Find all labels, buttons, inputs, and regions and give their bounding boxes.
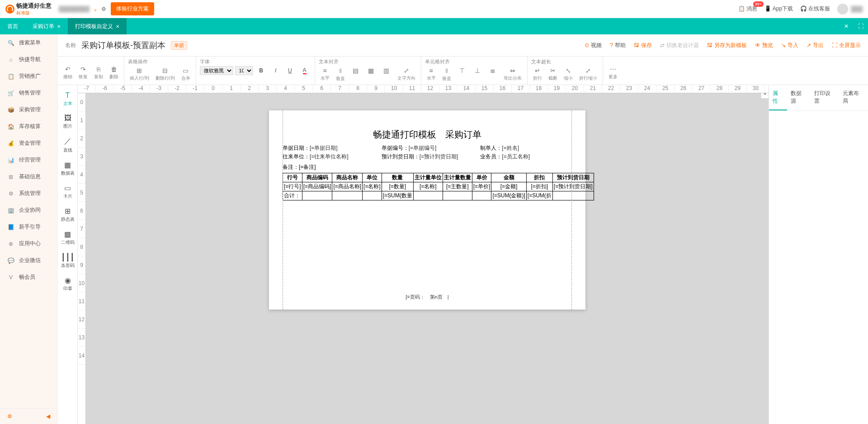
distribute-button[interactable]: ⇔等比分布 <box>502 66 524 83</box>
underline-button[interactable]: U <box>284 67 297 75</box>
valign-button[interactable]: ⫴垂直 <box>334 66 347 83</box>
palette-image[interactable]: 🖼图片 <box>58 110 77 133</box>
expand-tabs-button[interactable]: ⛶ <box>854 18 868 34</box>
tab-print-template[interactable]: 打印模板自定义✕ <box>68 18 127 34</box>
insert-rowcol-button[interactable]: ⊞插入行/列 <box>128 66 151 82</box>
sidebar-item[interactable]: 📋营销推广 <box>0 68 57 85</box>
sidebar-item[interactable]: ⌂快捷导航 <box>0 51 57 68</box>
italic-button[interactable]: I <box>269 67 282 75</box>
sidebar-item[interactable]: 🏠库存核算 <box>0 118 57 135</box>
close-icon[interactable]: ✕ <box>116 24 119 29</box>
tab-purchase-order[interactable]: 采购订单✕ <box>25 18 68 34</box>
gear-icon[interactable]: ⚙ <box>101 6 106 12</box>
sidebar-item[interactable]: ⚙系统管理 <box>0 185 57 202</box>
sidebar-label: 应用中心 <box>19 240 41 248</box>
sidebar-item[interactable]: 📊经营管理 <box>0 152 57 168</box>
font-color-button[interactable]: A <box>298 66 311 75</box>
font-family-select[interactable]: 微软雅黑 <box>200 66 233 75</box>
field[interactable]: 单据日期：[=单据日期] <box>283 144 374 152</box>
merge-button[interactable]: ▭合并 <box>179 66 192 82</box>
panel-tab[interactable]: 数据源 <box>787 85 811 110</box>
align-right-button[interactable]: ▥ <box>380 66 393 83</box>
cell-bot-button[interactable]: ≣ <box>486 66 499 83</box>
align-center-button[interactable]: ▦ <box>365 66 377 83</box>
palette-datatable[interactable]: ▦数据表 <box>58 157 77 180</box>
sidebar-item[interactable]: 💬企业微信 <box>0 252 57 269</box>
sidebar-item[interactable]: ⊞基础信息 <box>0 168 57 185</box>
sidebar-item[interactable]: 🔍搜索菜单 <box>0 34 57 51</box>
field[interactable]: 制单人：[=姓名] <box>480 144 572 152</box>
wrap-button[interactable]: ↵折行 <box>531 66 544 82</box>
help-button[interactable]: ?帮助 <box>610 42 626 49</box>
font-size-select[interactable]: 10 <box>235 66 253 75</box>
halign-button[interactable]: ≡水平 <box>319 66 331 83</box>
text-direction-button[interactable]: ⤢文字方向 <box>396 66 417 83</box>
app-download-link[interactable]: 📱 App下载 <box>764 5 793 13</box>
palette-stamp[interactable]: ◉印章 <box>58 272 77 295</box>
cell-halign-button[interactable]: ≡水平 <box>425 66 438 83</box>
sidebar-label: 企业协同 <box>19 206 41 214</box>
save-as-button[interactable]: 🖫 另存为新模板 <box>707 42 747 49</box>
cell-valign-button[interactable]: ⫴垂直 <box>440 66 453 83</box>
messages-link[interactable]: 📋 消息 <box>738 5 757 13</box>
collapse-sidebar-icon[interactable]: ◀ <box>46 413 50 419</box>
field[interactable]: 单据编号：[=单据编号] <box>382 144 473 152</box>
org-selector[interactable]: ████████ ⌄ ⚙ <box>59 6 106 12</box>
customer-service-link[interactable]: 🎧 在线客服 <box>800 5 830 13</box>
user-menu[interactable]: ███ <box>837 4 863 14</box>
page[interactable]: 畅捷通打印模板 采购订单 单据日期：[=单据日期]单据编号：[=单据编号]制单人… <box>269 110 585 310</box>
palette-barcode[interactable]: ┃┃┃条形码 <box>58 249 77 272</box>
ruler-vertical: 01234567891011121314 <box>78 93 86 424</box>
preview-button[interactable]: 👁 预览 <box>755 42 773 49</box>
field[interactable]: 业务员：[=员工名称] <box>480 153 572 161</box>
palette-line[interactable]: ／直线 <box>58 133 77 157</box>
palette-qrcode[interactable]: ▩二维码 <box>58 226 77 249</box>
sidebar-item[interactable]: ⊕应用中心 <box>0 235 57 252</box>
close-all-tabs-button[interactable]: ✕ <box>839 18 854 34</box>
sidebar-item[interactable]: 🛒销售管理 <box>0 85 57 101</box>
panel-tab[interactable]: 打印设置 <box>811 85 840 110</box>
ruler-horizontal: -7-6-5-4-3-2-101234567891011121314151617… <box>78 85 769 93</box>
doc-title[interactable]: 畅捷通打印模板 采购订单 <box>283 129 572 141</box>
close-icon[interactable]: ✕ <box>57 24 61 29</box>
sidebar-item[interactable]: 🏢企业协同 <box>0 202 57 219</box>
import-button[interactable]: ↘ 导入 <box>781 42 798 49</box>
try-industry-button[interactable]: 体验行业方案 <box>111 2 154 15</box>
clip-button[interactable]: ✂截断 <box>547 66 559 82</box>
page-footer[interactable]: [=页码： 第n页 | <box>269 294 585 300</box>
palette-text[interactable]: T文本 <box>58 88 77 110</box>
tab-home[interactable]: 首页 <box>0 18 25 34</box>
more-button[interactable]: ⋯更多 <box>607 65 619 81</box>
wrapshrink-button[interactable]: ⤢折行缩小 <box>577 66 599 82</box>
group-textalign-label: 文本对齐 <box>319 58 417 65</box>
delete-rowcol-button[interactable]: ⊟删除行/列 <box>154 66 177 82</box>
copy-button[interactable]: ⎘复制 <box>92 65 105 81</box>
settings-icon[interactable]: ⚙ <box>7 413 12 419</box>
cell-mid-button[interactable]: ⊥ <box>471 66 484 83</box>
sidebar-item[interactable]: 💰资金管理 <box>0 135 57 152</box>
palette-card[interactable]: ▭卡片 <box>58 180 77 203</box>
panel-tab[interactable]: 属性 <box>769 85 787 110</box>
export-button[interactable]: ↗ 导出 <box>807 42 824 49</box>
video-button[interactable]: ⊙视频 <box>585 42 602 49</box>
sidebar-item[interactable]: 📦采购管理 <box>0 101 57 118</box>
redo-button[interactable]: ↷恢复 <box>77 65 90 81</box>
field[interactable]: 预计到货日期：[=预计到货日期] <box>382 153 473 161</box>
undo-button[interactable]: ↶撤销 <box>61 65 74 81</box>
palette-statictable[interactable]: ⊞静态表 <box>58 203 77 226</box>
sidebar-item[interactable]: 📘新手引导 <box>0 219 57 235</box>
bold-button[interactable]: B <box>255 67 268 75</box>
cell-top-button[interactable]: ⊤ <box>456 66 468 83</box>
align-left-button[interactable]: ▤ <box>349 66 362 83</box>
switch-designer-button[interactable]: ⇄ 切换老设计器 <box>660 42 699 49</box>
fullscreen-button[interactable]: ⛶ 全屏显示 <box>832 42 861 49</box>
shrink-button[interactable]: ⤡缩小 <box>562 66 575 82</box>
delete-button[interactable]: 🗑删除 <box>108 65 120 81</box>
sidebar-item[interactable]: V畅会员 <box>0 269 57 286</box>
canvas[interactable]: -7-6-5-4-3-2-101234567891011121314151617… <box>78 85 769 424</box>
field[interactable]: 往来单位：[=往来单位名称] <box>283 153 374 161</box>
panel-tab[interactable]: 元素布局 <box>839 85 868 110</box>
remark-row[interactable]: 备注：[=备注] <box>283 163 572 171</box>
detail-table[interactable]: 行号商品编码商品名称单位数量主计量单位主计量数量单价金额折扣预计到货日期 [=行… <box>283 173 594 200</box>
save-button[interactable]: 🖫 保存 <box>634 42 652 49</box>
